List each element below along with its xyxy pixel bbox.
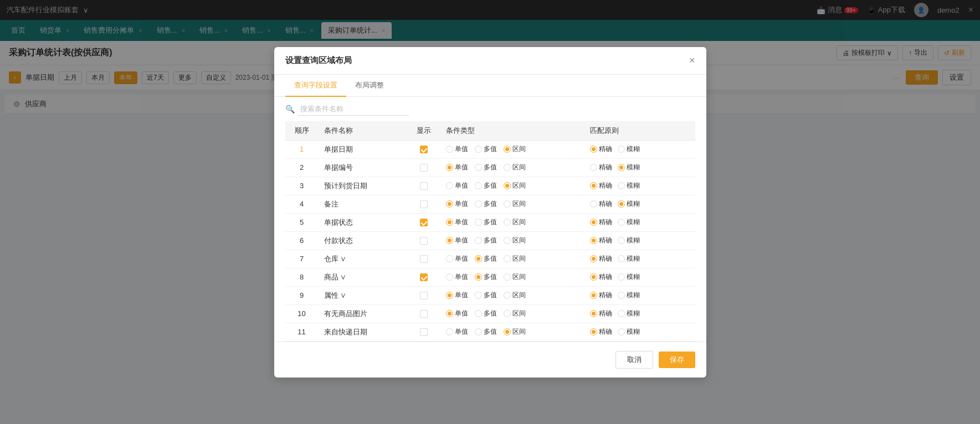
dialog-header: 设置查询区域布局 × xyxy=(274,47,706,75)
dialog-title: 设置查询区域布局 xyxy=(285,55,352,66)
tab-layout-adjust-label: 布局调整 xyxy=(355,81,384,89)
dialog-close-button[interactable]: × xyxy=(689,55,695,66)
tab-field-settings[interactable]: 查询字段设置 xyxy=(285,75,346,97)
dialog-search-input[interactable] xyxy=(298,102,409,116)
modal-overlay: 设置查询区域布局 × 查询字段设置 布局调整 🔍 顺序 xyxy=(0,0,980,118)
tab-field-settings-label: 查询字段设置 xyxy=(294,81,337,89)
dialog-tabs: 查询字段设置 布局调整 xyxy=(274,75,706,97)
settings-dialog: 设置查询区域布局 × 查询字段设置 布局调整 🔍 顺序 xyxy=(274,47,706,119)
dialog-search-icon: 🔍 xyxy=(285,105,295,113)
dialog-search-area: 🔍 xyxy=(274,97,706,119)
tab-layout-adjust[interactable]: 布局调整 xyxy=(346,75,393,97)
